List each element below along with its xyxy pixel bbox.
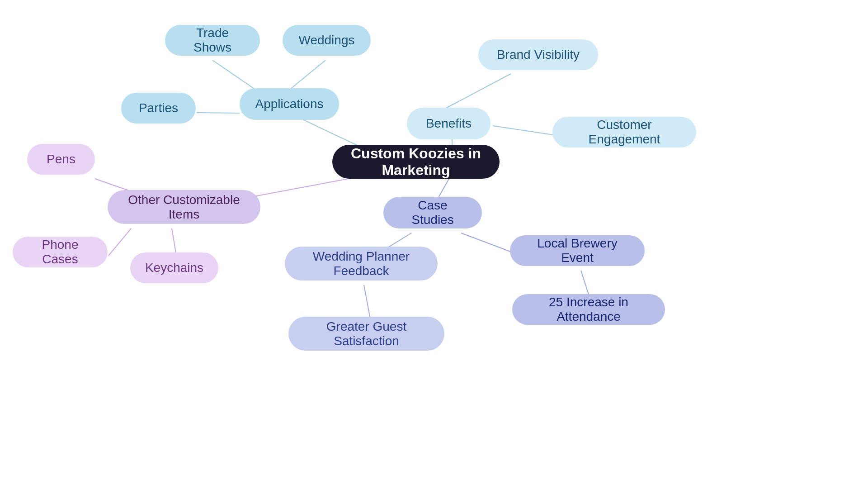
keychains-node[interactable]: Keychains (130, 252, 218, 283)
keychains-label: Keychains (145, 261, 203, 275)
customer-engagement-label: Customer Engagement (566, 118, 683, 147)
applications-node[interactable]: Applications (240, 88, 339, 120)
svg-line-13 (364, 285, 371, 321)
weddings-node[interactable]: Weddings (283, 25, 371, 56)
benefits-label: Benefits (426, 116, 472, 131)
wedding-planner-label: Wedding Planner Feedback (298, 249, 424, 278)
increase-attendance-node[interactable]: 25 Increase in Attendance (512, 294, 665, 325)
svg-line-9 (108, 228, 131, 256)
pens-node[interactable]: Pens (27, 144, 95, 175)
brand-visibility-label: Brand Visibility (497, 48, 580, 62)
parties-node[interactable]: Parties (121, 93, 196, 124)
benefits-node[interactable]: Benefits (407, 108, 491, 139)
parties-label: Parties (139, 101, 178, 115)
other-customizable-node[interactable]: Other Customizable Items (108, 190, 260, 224)
local-brewery-label: Local Brewery Event (524, 236, 631, 265)
svg-line-5 (441, 74, 511, 111)
pens-label: Pens (47, 152, 75, 167)
case-studies-node[interactable]: Case Studies (383, 197, 482, 228)
svg-line-10 (172, 228, 176, 256)
svg-line-6 (493, 126, 556, 135)
phone-cases-node[interactable]: Phone Cases (13, 237, 108, 267)
center-label: Custom Koozies in Marketing (346, 145, 486, 179)
other-customizable-label: Other Customizable Items (121, 193, 247, 222)
trade-shows-label: Trade Shows (179, 26, 246, 55)
increase-attendance-label: 25 Increase in Attendance (526, 295, 651, 324)
svg-line-3 (197, 113, 240, 113)
case-studies-label: Case Studies (397, 198, 468, 227)
greater-guest-label: Greater Guest Satisfaction (302, 319, 431, 348)
weddings-label: Weddings (298, 33, 354, 48)
center-node[interactable]: Custom Koozies in Marketing (332, 145, 500, 179)
greater-guest-node[interactable]: Greater Guest Satisfaction (288, 317, 444, 351)
local-brewery-node[interactable]: Local Brewery Event (510, 235, 645, 266)
brand-visibility-node[interactable]: Brand Visibility (478, 39, 598, 70)
customer-engagement-node[interactable]: Customer Engagement (552, 117, 696, 147)
applications-label: Applications (255, 97, 324, 111)
trade-shows-node[interactable]: Trade Shows (165, 25, 260, 56)
phone-cases-label: Phone Cases (26, 238, 94, 266)
wedding-planner-node[interactable]: Wedding Planner Feedback (285, 247, 438, 281)
